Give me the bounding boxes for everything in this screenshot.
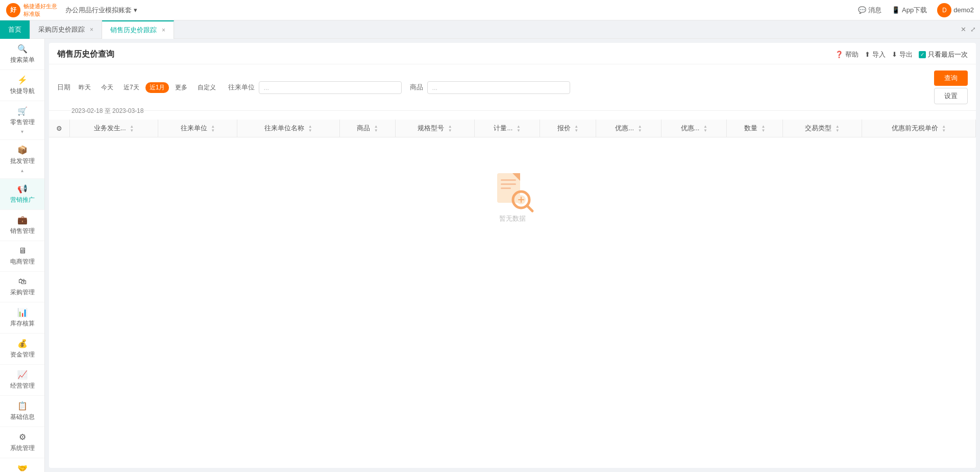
svg-rect-2: [501, 183, 516, 185]
sort-icon: ▲▼: [703, 125, 707, 133]
sort-icon: ▲▼: [211, 125, 215, 133]
tab-purchase-history[interactable]: 采购历史价跟踪 ×: [30, 20, 102, 39]
page-header: 销售历史价查询 ❓ 帮助 ⬆ 导入 ⬇ 导出 ✓: [49, 43, 976, 64]
sidebar-inventory-label: 库存核算: [10, 319, 35, 328]
empty-state: 暂无数据: [49, 137, 976, 254]
export-button[interactable]: ⬇ 导出: [892, 50, 913, 59]
sidebar-marketing-label: 营销推广: [10, 196, 35, 204]
help-button[interactable]: ❓ 帮助: [835, 50, 859, 59]
date-opt-last1m[interactable]: 近1月: [145, 82, 169, 93]
sidebar-wholesale-label: 批发管理: [10, 157, 35, 166]
sort-icon: ▲▼: [374, 125, 378, 133]
partner-input[interactable]: ...: [259, 81, 402, 94]
date-opt-more[interactable]: 更多: [171, 82, 191, 93]
sidebar-item-shortcut[interactable]: ⚡ 快捷导航: [0, 70, 44, 101]
sidebar-item-search[interactable]: 🔍 搜索菜单: [0, 39, 44, 70]
product-input[interactable]: ...: [427, 81, 570, 94]
date-opt-today[interactable]: 今天: [97, 82, 117, 93]
sidebar-item-operations[interactable]: 📈 经营管理: [0, 365, 44, 396]
tab-sales-history[interactable]: 销售历史价跟踪 ×: [102, 20, 174, 39]
date-filter-group: 日期 昨天 今天 近7天 近1月 更多 自定义: [57, 82, 220, 93]
logo-text: 畅捷通好生意 标准版: [23, 3, 57, 17]
message-icon: 💬: [858, 6, 866, 14]
sort-icon: ▲▼: [308, 125, 312, 133]
col-partner-code[interactable]: 往来单位 ▲▼: [158, 120, 237, 137]
avatar: D: [937, 3, 951, 17]
col-discount2[interactable]: 优惠... ▲▼: [662, 120, 727, 137]
col-unit[interactable]: 计量... ▲▼: [474, 120, 540, 137]
date-opt-custom[interactable]: 自定义: [193, 82, 220, 93]
sidebar-system-label: 系统管理: [10, 444, 35, 453]
top-header: 好 畅捷通好生意 标准版 办公用品行业模拟账套 ▾ 💬 消息 📱 App下载 D…: [0, 0, 980, 20]
col-trade-type[interactable]: 交易类型 ▲▼: [782, 120, 862, 137]
partner-filter-group: 往来单位 ...: [228, 81, 402, 94]
main-layout: 🔍 搜索菜单 ⚡ 快捷导航 🛒 零售管理 ▾ 📦 批发管理 ▴ 📢 营销推广 💼…: [0, 39, 980, 472]
sidebar-item-purchase[interactable]: 🛍 采购管理: [0, 272, 44, 302]
shortcut-icon: ⚡: [17, 75, 28, 85]
wholesale-icon: 📦: [17, 145, 28, 155]
company-selector[interactable]: 办公用品行业模拟账套 ▾: [61, 4, 141, 17]
close-window-icon[interactable]: ✕: [961, 26, 966, 33]
purchase-history-tab-label: 采购历史价跟踪: [38, 25, 85, 34]
date-filter-label: 日期: [57, 83, 70, 92]
operations-icon: 📈: [17, 370, 28, 380]
chevron-down-icon: ▾: [134, 6, 137, 14]
sort-icon: ▲▼: [130, 125, 134, 133]
logo-area: 好 畅捷通好生意 标准版: [6, 3, 57, 17]
sort-icon: ▲▼: [762, 125, 766, 133]
settings-button[interactable]: 设置: [934, 88, 968, 104]
col-quantity[interactable]: 数量 ▲▼: [727, 120, 782, 137]
inventory-icon: 📊: [17, 308, 28, 317]
filter-area: 日期 昨天 今天 近7天 近1月 更多 自定义 往来单位 ...: [49, 64, 976, 111]
message-action[interactable]: 💬 消息: [858, 6, 881, 15]
header-left: 好 畅捷通好生意 标准版 办公用品行业模拟账套 ▾: [6, 3, 141, 17]
query-button[interactable]: 查询: [934, 70, 968, 86]
col-price[interactable]: 报价 ▲▼: [540, 120, 596, 137]
sidebar-item-system[interactable]: ⚙ 系统管理: [0, 427, 44, 458]
tab-home[interactable]: 首页: [0, 20, 30, 39]
partner-filter-label: 往来单位: [228, 83, 255, 92]
sidebar-item-finance[interactable]: 💰 资金管理: [0, 334, 44, 365]
svg-rect-3: [501, 187, 511, 189]
sidebar-basic-label: 基础信息: [10, 413, 35, 421]
sort-icon: ▲▼: [517, 125, 521, 133]
col-biz-date[interactable]: 业务发生... ▲▼: [69, 120, 158, 137]
svg-line-6: [527, 206, 532, 211]
sort-icon: ▲▼: [448, 125, 452, 133]
download-icon: 📱: [892, 6, 900, 14]
purchase-icon: 🛍: [18, 277, 27, 286]
col-tax-free-price[interactable]: 优惠前无税单价 ▲▼: [862, 120, 975, 137]
col-spec[interactable]: 规格型号 ▲▼: [396, 120, 475, 137]
basic-icon: 📋: [17, 401, 28, 411]
home-tab-label: 首页: [8, 25, 21, 34]
sidebar-item-corp[interactable]: 🤝 企业协同: [0, 458, 44, 472]
maximize-icon[interactable]: ⤢: [970, 26, 976, 33]
import-icon: ⬆: [865, 51, 870, 58]
table-header-row: ⚙ 业务发生... ▲▼ 往来单位 ▲▼ 往来单位名称 ▲: [49, 120, 976, 137]
sidebar-item-inventory[interactable]: 📊 库存核算: [0, 302, 44, 334]
col-settings[interactable]: ⚙: [49, 120, 69, 137]
tab-purchase-history-close[interactable]: ×: [90, 26, 93, 33]
search-icon: 🔍: [17, 44, 28, 54]
sidebar-item-basic[interactable]: 📋 基础信息: [0, 396, 44, 427]
col-partner-name[interactable]: 往来单位名称 ▲▼: [237, 120, 339, 137]
only-last-checkbox-label[interactable]: ✓ 只看最后一次: [919, 50, 968, 59]
sidebar-item-ecommerce[interactable]: 🖥 电商管理: [0, 241, 44, 272]
header-right: 💬 消息 📱 App下载 D demo2: [858, 3, 974, 17]
user-area[interactable]: D demo2: [937, 3, 974, 17]
tab-sales-history-close[interactable]: ×: [162, 27, 165, 34]
col-discount1[interactable]: 优惠... ▲▼: [596, 120, 661, 137]
finance-icon: 💰: [17, 339, 28, 348]
date-opt-yesterday[interactable]: 昨天: [75, 82, 95, 93]
sidebar-item-marketing[interactable]: 📢 营销推广: [0, 179, 44, 210]
date-opt-last7[interactable]: 近7天: [119, 82, 143, 93]
sidebar-item-sales-mgmt[interactable]: 💼 销售管理: [0, 210, 44, 241]
import-button[interactable]: ⬆ 导入: [865, 50, 886, 59]
sidebar-item-retail[interactable]: 🛒 零售管理 ▾: [0, 101, 44, 140]
sidebar-item-wholesale[interactable]: 📦 批发管理 ▴: [0, 140, 44, 179]
sidebar: 🔍 搜索菜单 ⚡ 快捷导航 🛒 零售管理 ▾ 📦 批发管理 ▴ 📢 营销推广 💼…: [0, 39, 45, 472]
sidebar-purchase-label: 采购管理: [10, 288, 35, 297]
col-product[interactable]: 商品 ▲▼: [339, 120, 395, 137]
data-table: ⚙ 业务发生... ▲▼ 往来单位 ▲▼ 往来单位名称 ▲: [49, 120, 976, 254]
app-download-action[interactable]: 📱 App下载: [892, 6, 927, 15]
